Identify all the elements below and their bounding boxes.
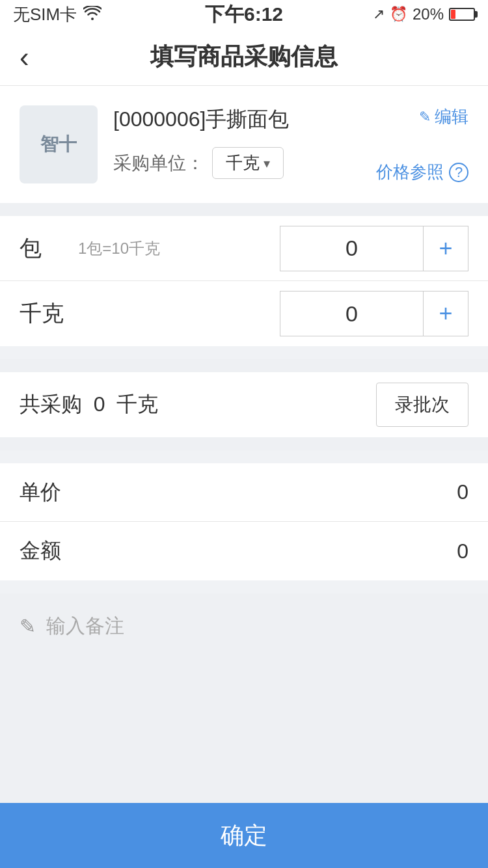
pencil-icon: ✎ [20,615,36,638]
record-batch-button[interactable]: 录批次 [376,383,468,427]
back-button[interactable]: ‹ [20,41,29,74]
section-divider-1 [0,203,488,216]
summary-text: 共采购 0 千克 [20,390,158,419]
summary-prefix: 共采购 [20,392,82,416]
bao-input-controls: + [280,226,468,271]
product-card: 智十 [0000006]手撕面包 采购单位： 千克 ▾ ✎ 编辑 价格参照 ? [0,86,488,203]
edit-button[interactable]: ✎ 编辑 [419,105,468,128]
location-icon: ↗ [373,6,385,23]
wifi-icon [83,5,102,25]
section-divider-2 [0,359,488,372]
battery-pct: 20% [413,5,444,23]
summary-row: 共采购 0 千克 录批次 [0,372,488,437]
unit-value: 千克 [226,152,260,174]
product-name: [0000006]手撕面包 [113,105,468,134]
price-section: 单价 0 金额 0 [0,463,488,580]
unit-price-label: 单价 [20,478,61,507]
help-icon: ? [449,163,468,182]
kg-input-row: 千克 + [0,281,488,346]
status-bar: 无SIM卡 下午6:12 ↗ ⏰ 20% [0,0,488,29]
chevron-down-icon: ▾ [264,156,270,171]
product-logo: 智十 [40,132,77,157]
status-left: 无SIM卡 [13,3,102,26]
alarm-icon: ⏰ [390,6,407,23]
bao-sublabel: 1包=10千克 [78,238,280,259]
unit-price-value: 0 [457,480,468,504]
price-ref-label: 价格参照 [376,161,444,183]
section-divider-3 [0,437,488,450]
carrier-label: 无SIM卡 [13,3,77,26]
main-content: 智十 [0000006]手撕面包 采购单位： 千克 ▾ ✎ 编辑 价格参照 ? … [0,86,488,868]
amount-value: 0 [457,539,468,563]
bao-plus-button[interactable]: + [423,226,468,271]
product-image: 智十 [20,105,98,183]
unit-label: 采购单位： [113,151,204,176]
summary-suffix: 千克 [116,392,158,416]
unit-select-dropdown[interactable]: 千克 ▾ [212,147,284,179]
page-title: 填写商品采购信息 [150,41,338,73]
unit-price-row: 单价 0 [0,463,488,522]
summary-amount: 0 [94,392,105,416]
confirm-button-label: 确定 [221,820,267,852]
summary-section: 共采购 0 千克 录批次 [0,359,488,450]
nav-bar: ‹ 填写商品采购信息 [0,29,488,86]
amount-row: 金额 0 [0,522,488,580]
battery-icon [449,8,475,21]
amount-label: 金额 [20,537,61,565]
kg-input-controls: + [280,291,468,336]
bao-label: 包 [20,234,72,264]
edit-icon: ✎ [419,109,431,126]
price-ref-button[interactable]: 价格参照 ? [376,161,468,183]
note-section[interactable]: ✎ 输入备注 [0,593,488,659]
note-placeholder: 输入备注 [46,613,124,640]
status-time: 下午6:12 [205,1,283,28]
kg-quantity-input[interactable] [280,291,423,336]
kg-plus-button[interactable]: + [423,291,468,336]
input-section: 包 1包=10千克 + 千克 + [0,216,488,346]
status-right: ↗ ⏰ 20% [373,5,475,23]
bao-quantity-input[interactable] [280,226,423,271]
confirm-button[interactable]: 确定 [0,803,488,868]
bao-input-row: 包 1包=10千克 + [0,216,488,281]
kg-label: 千克 [20,299,72,329]
